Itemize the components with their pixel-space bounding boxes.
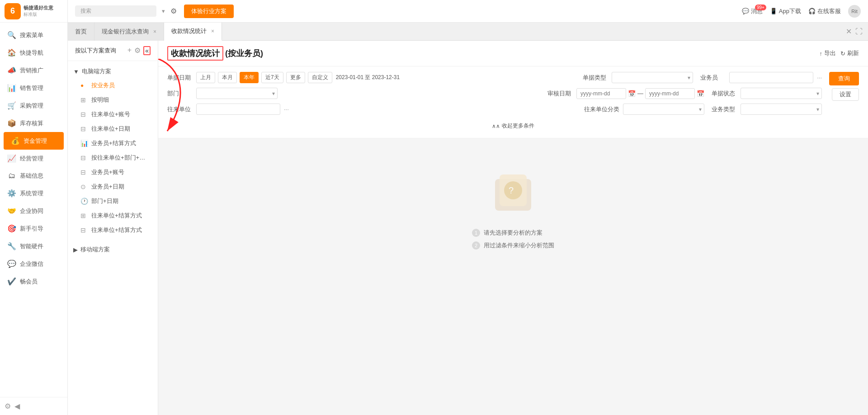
- scheme-item-unit-account[interactable]: ⊟ 往来单位+账号: [68, 107, 158, 122]
- sidebar-item-inventory[interactable]: 📦 库存核算: [0, 114, 67, 132]
- business-type-label: 业务类型: [712, 105, 737, 113]
- sidebar-item-system[interactable]: ⚙️ 系统管理: [0, 184, 67, 202]
- sidebar-item-search[interactable]: 🔍 搜索菜单: [0, 26, 67, 44]
- sidebar-item-business[interactable]: 📈 经营管理: [0, 150, 67, 167]
- query-button[interactable]: 查询: [829, 72, 859, 85]
- scheme-item-label: 按业务员: [91, 81, 115, 90]
- business-icon: 📈: [7, 154, 16, 163]
- dept-select[interactable]: [196, 88, 278, 99]
- refresh-label: 刷新: [847, 49, 859, 57]
- enterprise-icon: 🤝: [7, 207, 16, 215]
- date-btn-this-year[interactable]: 本年: [240, 72, 259, 83]
- dropdown-arrow-icon[interactable]: ▾: [162, 8, 165, 14]
- scheme-item-unit-calc1[interactable]: ⊞ 往来单位+结算方式: [68, 208, 158, 223]
- tab-bank-flow-close[interactable]: ×: [153, 28, 156, 35]
- maximize-icon[interactable]: ⛶: [855, 28, 863, 36]
- export-button[interactable]: ↑ 导出: [820, 49, 836, 57]
- message-btn[interactable]: 💬 消息 99+: [742, 7, 763, 15]
- sidebar-item-label: 新手引导: [20, 225, 43, 233]
- salesman-calc-icon: 📊: [80, 140, 88, 147]
- scheme-item-by-detail[interactable]: ⊞ 按明细: [68, 93, 158, 107]
- sidebar-settings-btn[interactable]: ⚙: [5, 402, 11, 410]
- tab-collection-stats[interactable]: 收款情况统计 ×: [164, 23, 222, 41]
- scheme-item-unit-date[interactable]: ⊟ 往来单位+日期: [68, 122, 158, 136]
- close-all-icon[interactable]: ✕: [846, 27, 852, 36]
- gear-icon[interactable]: ⚙: [170, 7, 177, 15]
- tab-bank-flow[interactable]: 现金银行流水查询 ×: [94, 23, 164, 41]
- date-options: 上月 本月 本年 近7天 更多 自定义: [196, 72, 332, 83]
- trial-button[interactable]: 体验行业方案: [184, 5, 234, 18]
- doc-type-select[interactable]: [612, 72, 693, 83]
- sidebar-item-basic[interactable]: 🗂 基础信息: [0, 167, 67, 184]
- sidebar-item-wechat[interactable]: 💬 企业微信: [0, 255, 67, 273]
- desktop-scheme-group-title[interactable]: ▼ 电脑端方案: [68, 65, 158, 78]
- date-btn-last7[interactable]: 近7天: [261, 72, 283, 83]
- message-badge: 99+: [755, 5, 766, 10]
- refresh-button[interactable]: ↻ 刷新: [840, 49, 859, 57]
- collapse-panel-btn[interactable]: «: [143, 46, 151, 55]
- date-separator: —: [637, 90, 643, 97]
- customer-service-btn[interactable]: 🎧 在线客服: [808, 7, 841, 15]
- sidebar-collapse-btn[interactable]: ◀: [14, 402, 20, 410]
- collapse-button[interactable]: ∧∧ 收起更多条件: [492, 122, 534, 130]
- date-btn-custom[interactable]: 自定义: [308, 72, 332, 83]
- calendar-icon-2[interactable]: 📅: [697, 90, 704, 97]
- sidebar-item-finance[interactable]: 💰 资金管理: [4, 132, 64, 150]
- inventory-icon: 📦: [7, 119, 16, 127]
- audit-date-end[interactable]: [645, 88, 695, 99]
- scheme-settings-btn[interactable]: ⚙: [134, 46, 141, 55]
- date-btn-prev-month[interactable]: 上月: [196, 72, 215, 83]
- user-avatar[interactable]: Rit: [848, 5, 861, 18]
- doc-status-select[interactable]: [741, 88, 822, 99]
- scheme-item-dept-date[interactable]: 🕐 部门+日期: [68, 194, 158, 208]
- scheme-item-salesman-date[interactable]: ⊙ 业务员+日期: [68, 179, 158, 194]
- sidebar-item-enterprise[interactable]: 🤝 企业协同: [0, 202, 67, 220]
- scheme-item-salesman-account[interactable]: ⊟ 业务员+账号: [68, 165, 158, 179]
- logo-icon: 6: [5, 3, 21, 19]
- wechat-icon: 💬: [7, 259, 16, 268]
- sidebar-item-sales[interactable]: 📊 销售管理: [0, 79, 67, 97]
- date-btn-this-month[interactable]: 本月: [218, 72, 237, 83]
- sidebar-item-marketing[interactable]: 📣 营销推广: [0, 61, 67, 79]
- empty-area: ? 1 请先选择要分析的方案 2 用过滤条件来缩小分析范围: [158, 138, 868, 415]
- tab-collection-stats-close[interactable]: ×: [211, 28, 214, 34]
- scheme-item-salesman-calc[interactable]: 📊 业务员+结算方式: [68, 136, 158, 151]
- member-icon: ✔️: [7, 277, 16, 286]
- sidebar-item-member[interactable]: ✔️ 畅会员: [0, 273, 67, 290]
- calendar-icon-1[interactable]: 📅: [628, 90, 636, 97]
- filter-area: 单据日期 上月 本月 本年 近7天 更多 自定义: [158, 66, 868, 138]
- tab-home[interactable]: 首页: [68, 23, 94, 41]
- add-scheme-btn[interactable]: +: [127, 46, 132, 55]
- scheme-item-by-salesman[interactable]: ● 按业务员: [68, 78, 158, 93]
- partner-category-label: 往来单位分类: [584, 105, 619, 113]
- scheme-item-label: 往来单位+结算方式: [91, 226, 142, 234]
- partner-input[interactable]: [196, 104, 280, 115]
- scheme-item-unit-calc2[interactable]: ⊟ 往来单位+结算方式: [68, 223, 158, 237]
- app-download-btn[interactable]: 📱 App下载: [770, 7, 801, 15]
- dept-filter-label: 部门: [167, 90, 193, 98]
- header-right: 💬 消息 99+ 📱 App下载 🎧 在线客服 Rit: [742, 5, 861, 18]
- sidebar-item-quick-nav[interactable]: 🏠 快捷导航: [0, 44, 67, 61]
- salesman-input[interactable]: [729, 72, 813, 83]
- sidebar-item-hardware[interactable]: 🔧 智能硬件: [0, 237, 67, 255]
- marketing-icon: 📣: [7, 66, 16, 75]
- partner-category-select[interactable]: [623, 104, 704, 115]
- date-btn-more[interactable]: 更多: [286, 72, 305, 83]
- sidebar-item-purchase[interactable]: 🛒 采购管理: [0, 97, 67, 114]
- audit-date-start[interactable]: [576, 88, 626, 99]
- empty-tip-2: 2 用过滤条件来缩小分析范围: [472, 241, 554, 250]
- business-type-select[interactable]: [741, 104, 822, 115]
- search-placeholder: 搜索: [80, 8, 91, 14]
- partner-more-icon[interactable]: ···: [284, 106, 289, 113]
- sidebar-item-label: 销售管理: [20, 84, 43, 92]
- scheme-item-unit-dept-collect[interactable]: ⊟ 按往来单位+部门+收...: [68, 151, 158, 165]
- mobile-scheme-group-title[interactable]: ▶ 移动端方案: [68, 243, 158, 256]
- search-icon: 🔍: [7, 31, 16, 39]
- sidebar-item-guide[interactable]: 🎯 新手引导: [0, 220, 67, 237]
- left-panel-header: 按以下方案查询 + ⚙ «: [68, 41, 158, 61]
- sidebar-item-label: 库存核算: [20, 119, 43, 127]
- scheme-item-label: 按往来单位+部门+收...: [91, 154, 150, 162]
- settings-button[interactable]: 设置: [832, 88, 859, 101]
- salesman-more-icon[interactable]: ···: [817, 74, 822, 81]
- page-title-text: 收款情况统计: [167, 46, 223, 61]
